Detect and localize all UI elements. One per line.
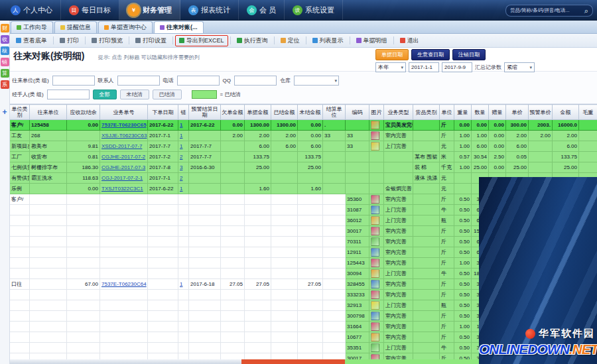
doc-link[interactable]: XSJJE-T06230C63	[101, 133, 147, 139]
nav-item-reports[interactable]: 表报表统计	[180, 0, 239, 20]
list-view-button[interactable]: 列表显示	[308, 35, 348, 46]
column-header[interactable]: 重量	[454, 105, 472, 120]
column-header[interactable]: 赠量	[489, 105, 506, 120]
nav-item-settings[interactable]: 设系统设置	[285, 0, 343, 20]
sidebar-add-button[interactable]: +	[2, 107, 7, 117]
doc-link[interactable]: 7537E-T06230C65	[101, 122, 147, 128]
table-row[interactable]: 客户/1254580.007537E-T06230C652017-6-22120…	[10, 120, 597, 131]
date-buttons: 单据日期生意查日期注销日期	[375, 49, 594, 60]
column-header[interactable]: 应收款结余	[67, 105, 100, 120]
tab-reminders[interactable]: 提醒信息	[54, 21, 97, 33]
print-settings-button[interactable]: 打印设置	[131, 35, 170, 46]
handler-input[interactable]	[47, 90, 90, 99]
doc-link[interactable]: XSDD-2017-07-7	[101, 143, 142, 149]
table-cell: 33	[346, 131, 369, 141]
column-header[interactable]: 货品类别	[413, 105, 440, 120]
table-cell: 斤	[440, 322, 454, 332]
count-link[interactable]: 2	[180, 175, 182, 181]
column-header[interactable]: 欠单金额	[221, 105, 245, 120]
print-preview-button[interactable]: 打印预览	[88, 35, 127, 46]
totals-pager[interactable]	[9, 359, 241, 364]
table-row[interactable]: 工友268XSJJE-T06230C632017-7-112.002.002.0…	[10, 131, 597, 141]
column-header[interactable]: 往来单位	[30, 105, 67, 120]
date-to-input[interactable]: 2017-9-9	[442, 62, 472, 72]
exit-button[interactable]: 退出	[396, 35, 423, 46]
count-link[interactable]: 1	[180, 143, 182, 149]
column-header[interactable]: 金额	[553, 105, 579, 120]
sidebar-tab-finance[interactable]: 财	[1, 24, 9, 32]
filter-radio-all[interactable]: 全部	[93, 90, 117, 99]
sidebar-tab-calc[interactable]: 算	[1, 69, 9, 78]
global-search-input[interactable]: 货品/简称/条码/拼音/电话... ⌕	[505, 5, 593, 17]
cancel-date-button[interactable]: 注销日期	[452, 49, 486, 60]
warehouse-select[interactable]: ▾	[294, 76, 339, 86]
doc-date-button[interactable]: 单据日期	[375, 49, 409, 60]
column-header[interactable]: 单位类别	[10, 105, 30, 120]
column-header[interactable]: 单位	[440, 105, 454, 120]
table-cell	[221, 162, 245, 173]
table-row[interactable]: 工厂收货布0.81CGJHE-2017-07-22017-7-222017-7-…	[10, 152, 597, 162]
table-row[interactable]: 新项目友教美布9.81XSDD-2017-07-72017-7-712017-7…	[10, 141, 597, 152]
column-header[interactable]: 结算单位	[323, 105, 346, 120]
column-header[interactable]: 单价	[506, 105, 529, 120]
period-select[interactable]: 本年 ▾	[375, 62, 406, 72]
column-header[interactable]: 未结金额	[298, 105, 323, 120]
column-header[interactable]: 链	[178, 105, 189, 120]
compact-select[interactable]: 紧缩 ▾	[504, 62, 535, 72]
doc-link[interactable]: 7537E-T06230C64	[101, 281, 147, 287]
contact-input[interactable]	[117, 76, 160, 86]
date-from-input[interactable]: 2017-1-1	[409, 62, 439, 72]
sidebar-tab-receive[interactable]: 收	[1, 35, 9, 44]
tab-doc-center[interactable]: 单据查询中心	[98, 21, 153, 33]
count-link[interactable]: 1	[180, 122, 182, 128]
qq-input[interactable]	[234, 76, 277, 86]
column-header[interactable]: 已结金额	[271, 105, 298, 120]
column-header[interactable]: 毛重	[579, 105, 597, 120]
doc-link[interactable]: TXSJT0322C3C1	[101, 186, 143, 192]
table-row[interactable]: 七例供货树栅排字布186.30CGJHE-2017-07-32017-7-832…	[10, 162, 597, 173]
nav-item-daily-goal[interactable]: 目每日目标	[61, 0, 119, 20]
table-cell: CGJHE-2017-07-2	[100, 152, 148, 162]
column-header[interactable]: 单据金额	[245, 105, 271, 120]
totals-green	[345, 359, 488, 364]
table-cell	[323, 173, 346, 184]
run-query-button[interactable]: 执行查询	[233, 35, 272, 46]
count-link[interactable]: 1	[180, 186, 182, 192]
export-excel-button[interactable]: 导出到EXCEL	[175, 35, 228, 46]
settle-date-button[interactable]: 生意查日期	[411, 49, 450, 60]
column-header[interactable]: 图片	[369, 105, 384, 120]
tab-wizard[interactable]: 工作向导	[11, 21, 53, 33]
nav-item-members[interactable]: 会会 员	[239, 0, 285, 20]
column-header[interactable]: 业务类型	[384, 105, 413, 120]
nav-item-profile[interactable]: 人个人中心	[3, 0, 61, 20]
filter-radio-settled[interactable]: 已结清	[153, 90, 182, 99]
column-header[interactable]: 预警结算日期	[189, 105, 221, 120]
column-header[interactable]: 编码	[346, 105, 369, 120]
doc-link[interactable]: CGJHE-2017-07-2	[101, 154, 145, 160]
partner-input[interactable]	[52, 76, 95, 86]
column-header[interactable]: 预警单价	[529, 105, 553, 120]
column-header[interactable]: 数量	[472, 105, 489, 120]
nav-item-label: 系统设置	[305, 5, 334, 15]
count-link[interactable]: 1	[180, 133, 182, 139]
doc-detail-button[interactable]: 单据明细	[352, 35, 391, 46]
table-cell	[30, 353, 67, 360]
view-base-button[interactable]: 查看底单	[12, 35, 51, 46]
nav-item-finance[interactable]: ￥财务管理	[119, 0, 180, 20]
locate-button[interactable]: 定位	[277, 35, 304, 46]
print-button[interactable]: 打印	[56, 35, 83, 46]
sidebar-tab-audit[interactable]: 核	[1, 46, 9, 55]
column-header[interactable]: 下单日期	[148, 105, 178, 120]
sidebar-tab-sales[interactable]: 销	[1, 58, 9, 66]
tab-reconciliation[interactable]: 往来对账(...	[154, 21, 204, 33]
count-link[interactable]: 2	[180, 154, 182, 160]
filter-radio-unsettled[interactable]: 未结清	[120, 90, 149, 99]
count-link[interactable]: 1	[180, 281, 182, 287]
count-link[interactable]: 3	[180, 164, 182, 170]
column-header[interactable]: 业务单号	[100, 105, 148, 120]
doc-link[interactable]: CGJ-2017-07-2-1	[101, 175, 143, 181]
doc-link[interactable]: CGJHE-2017-07-3	[101, 164, 145, 170]
table-cell	[221, 237, 245, 247]
sidebar-tab-system[interactable]: 系	[1, 80, 9, 89]
phone-input[interactable]	[177, 76, 220, 86]
